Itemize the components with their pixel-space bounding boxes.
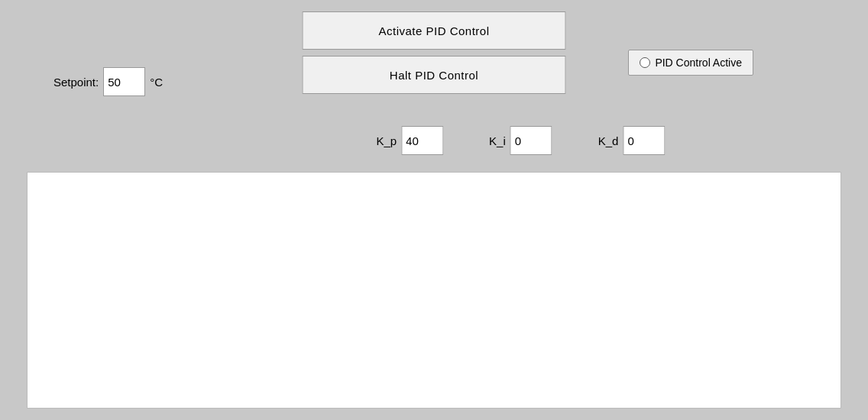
ki-group: K_i	[489, 126, 552, 155]
pid-status-indicator: PID Control Active	[628, 50, 753, 76]
kp-input[interactable]	[401, 126, 443, 155]
ki-label: K_i	[489, 134, 506, 147]
kd-group: K_d	[598, 126, 666, 155]
setpoint-unit: °C	[150, 76, 163, 89]
pid-status-label: PID Control Active	[655, 57, 742, 69]
activate-pid-button[interactable]: Activate PID Control	[303, 11, 566, 50]
chart-area	[27, 172, 841, 409]
ki-input[interactable]	[510, 126, 552, 155]
radio-icon	[640, 57, 650, 68]
kd-label: K_d	[598, 134, 619, 147]
kd-input[interactable]	[623, 126, 665, 155]
setpoint-label: Setpoint:	[53, 76, 99, 89]
halt-pid-button[interactable]: Halt PID Control	[303, 56, 566, 94]
setpoint-input[interactable]	[103, 67, 145, 96]
kp-group: K_p	[376, 126, 443, 155]
kp-label: K_p	[376, 134, 397, 147]
pid-params-row: K_p K_i K_d	[376, 126, 665, 155]
setpoint-row: Setpoint: °C	[53, 67, 163, 96]
